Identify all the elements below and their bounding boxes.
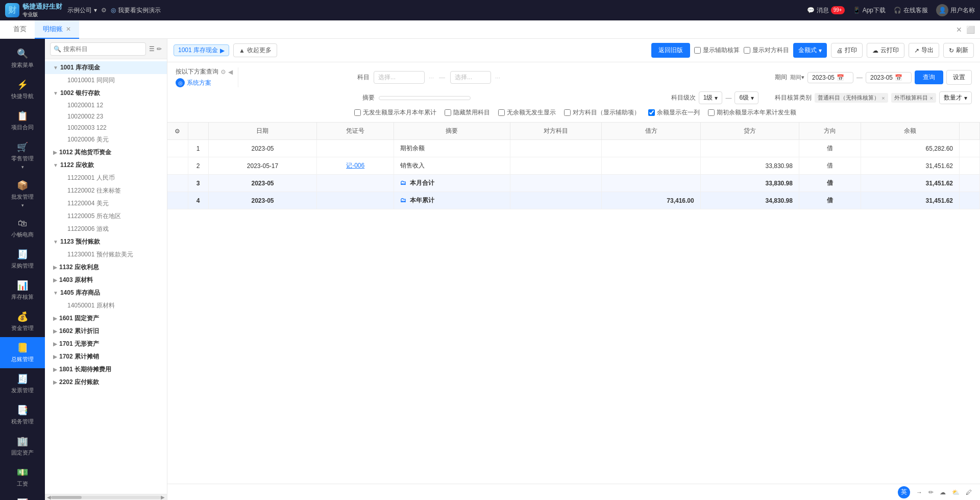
selected-account-tag[interactable]: 1001 库存现金 ▶ xyxy=(174,44,229,56)
nav-item-inventory[interactable]: 📊 库存核算 xyxy=(0,275,45,306)
tree-item-1702[interactable]: ▶ 1702 累计摊销 xyxy=(45,350,167,363)
tree-item-1801[interactable]: ▶ 1801 长期待摊费用 xyxy=(45,363,167,376)
nav-item-invoice[interactable]: 🧾 发票管理 xyxy=(0,368,45,399)
notification-btn[interactable]: 💬 消息 99+ xyxy=(807,6,845,15)
tag-close-1[interactable]: × xyxy=(881,95,885,101)
tree-item-11220006[interactable]: 11220006 游戏 xyxy=(45,223,167,235)
tree-item-10020006[interactable]: 10020006 美元 xyxy=(45,133,167,146)
status-icon-chat[interactable]: 英 xyxy=(898,486,910,498)
tree-item-10020002[interactable]: 10020002 23 xyxy=(45,111,167,122)
scroll-right-btn[interactable]: ▶ xyxy=(161,494,165,500)
app-download-btn[interactable]: 📱 App下载 xyxy=(853,6,886,15)
online-service-btn[interactable]: 🎧 在线客服 xyxy=(894,6,928,15)
format-dropdown[interactable]: 金额式 ▾ xyxy=(793,43,827,58)
user-avatar[interactable]: 👤 用户名称 xyxy=(936,4,975,16)
tree-item-2202[interactable]: ▶ 2202 应付账款 xyxy=(45,376,167,389)
nav-item-salary[interactable]: 💵 工资 xyxy=(0,462,45,493)
tree-item-10020001[interactable]: 10020001 12 xyxy=(45,100,167,111)
tree-item-1403[interactable]: ▶ 1403 原材料 xyxy=(45,274,167,287)
nav-item-ecommerce[interactable]: 🛍 小畅电商 xyxy=(0,213,45,244)
account-filter-input[interactable]: 选择... xyxy=(374,71,425,84)
show-aux-input[interactable] xyxy=(694,47,701,54)
tree-item-11220005[interactable]: 11220005 所在地区 xyxy=(45,210,167,223)
settings-icon[interactable]: ⚙ xyxy=(101,7,107,14)
calendar-to-icon[interactable]: 📅 xyxy=(895,74,902,81)
account-panel-scrollbar[interactable]: ◀ ▶ xyxy=(45,494,167,500)
cloud-print-btn[interactable]: ☁ 云打印 xyxy=(867,43,904,58)
account-filter-input2[interactable]: 选择... xyxy=(450,71,491,84)
period-from-input[interactable]: 2023-05 📅 xyxy=(807,72,853,83)
status-icon-cloud2[interactable]: ⛅ xyxy=(952,489,960,496)
tree-item-1132[interactable]: ▶ 1132 应收利息 xyxy=(45,261,167,274)
col-settings[interactable]: ⚙ xyxy=(167,123,188,140)
tree-item-11220001[interactable]: 11220001 人民币 xyxy=(45,172,167,184)
expand-btn[interactable]: ▲ 收起更多 xyxy=(233,43,277,57)
period-to-input[interactable]: 2023-05 📅 xyxy=(866,72,912,83)
tree-item-1002[interactable]: ▼ 1002 银行存款 xyxy=(45,87,167,100)
company-dropdown[interactable]: 示例公司 ▾ xyxy=(67,6,97,15)
tree-item-11230001[interactable]: 11230001 预付账款美元 xyxy=(45,248,167,261)
status-icon-cloud[interactable]: ☁ xyxy=(940,489,946,496)
checkbox-opening-balance[interactable]: 期初余额显示本年累计发生额 xyxy=(708,108,796,117)
query-btn[interactable]: 查询 xyxy=(915,70,943,84)
nav-item-project[interactable]: 📋 项目合同 xyxy=(0,105,45,136)
window-maximize-btn[interactable]: ⬜ xyxy=(966,26,975,34)
scroll-left-btn[interactable]: ◀ xyxy=(47,494,51,500)
quantity-select[interactable]: 数量才 ▾ xyxy=(939,91,972,104)
refresh-btn[interactable]: ↻ 刷新 xyxy=(943,43,974,58)
calendar-from-icon[interactable]: 📅 xyxy=(837,74,844,81)
export-btn[interactable]: ↗ 导出 xyxy=(909,43,939,58)
tree-item-1012[interactable]: ▶ 1012 其他货币资金 xyxy=(45,146,167,159)
nav-item-fixed-assets[interactable]: 🏢 固定资产 xyxy=(0,431,45,462)
filter-settings-btn[interactable]: 设置 xyxy=(946,70,972,85)
tree-item-1123[interactable]: ▼ 1123 预付账款 xyxy=(45,235,167,248)
show-opposite-checkbox[interactable]: 显示对方科目 xyxy=(744,46,789,55)
nav-item-finance[interactable]: 💰 资金管理 xyxy=(0,306,45,337)
account-search-input[interactable] xyxy=(63,45,142,53)
query-settings-icon[interactable]: ⚙ xyxy=(220,68,226,76)
checkbox-opposite[interactable]: 对方科目（显示辅助项） xyxy=(564,108,640,117)
tree-item-10010001[interactable]: 10010001 同同同 xyxy=(45,74,167,87)
show-aux-checkbox[interactable]: 显示辅助核算 xyxy=(694,46,740,55)
tab-close-btn[interactable]: ✕ xyxy=(66,26,71,33)
nav-item-ledger[interactable]: 📒 总账管理 xyxy=(0,337,45,368)
tab-home[interactable]: 首页 xyxy=(5,20,35,39)
tree-item-1601[interactable]: ▶ 1601 固定资产 xyxy=(45,312,167,325)
row2-voucher[interactable]: 记-006 xyxy=(317,157,394,175)
tree-item-11220004[interactable]: 11220004 美元 xyxy=(45,197,167,210)
checkbox-hide-disabled[interactable]: 隐藏禁用科目 xyxy=(445,108,490,117)
demo-link[interactable]: ◎ 我要看实例演示 xyxy=(111,6,161,15)
nav-item-search[interactable]: 🔍 搜索菜单 xyxy=(0,43,45,74)
print-btn[interactable]: 🖨 打印 xyxy=(831,43,863,58)
status-icon-edit[interactable]: ✏ xyxy=(928,489,934,496)
tag-close-2[interactable]: × xyxy=(930,95,933,101)
voucher-link[interactable]: 记-006 xyxy=(346,162,364,169)
nav-item-wholesale[interactable]: 📦 批发管理 ▾ xyxy=(0,175,45,213)
account-panel-add-icon[interactable]: ✏ xyxy=(157,45,162,53)
status-icon-arrow[interactable]: → xyxy=(916,489,922,496)
checkbox-balance-col[interactable]: 余额显示在一列 xyxy=(648,108,700,117)
account-search-box[interactable]: 🔍 xyxy=(50,42,146,56)
query-collapse-icon[interactable]: ◀ xyxy=(228,68,233,76)
nav-item-operations[interactable]: 📈 经营管理 xyxy=(0,493,45,500)
account-panel-menu-icon[interactable]: ☰ xyxy=(149,45,155,53)
system-plan-item[interactable]: ◎ 系统方案 xyxy=(176,78,233,87)
window-close-btn[interactable]: ✕ xyxy=(956,26,962,34)
checkbox-no-balance[interactable]: 无余额无发生显示 xyxy=(498,108,556,117)
show-opposite-input[interactable] xyxy=(744,47,750,54)
nav-item-tax[interactable]: 📑 税务管理 xyxy=(0,399,45,431)
status-icon-pen[interactable]: 🖊 xyxy=(966,489,972,496)
level-from-select[interactable]: 1级 ▾ xyxy=(699,91,723,104)
checkbox-no-amount[interactable]: 无发生额显示本月本年累计 xyxy=(354,108,436,117)
tree-item-14050001[interactable]: 14050001 原材料 xyxy=(45,299,167,312)
summary-input[interactable] xyxy=(379,96,471,100)
tree-item-1001[interactable]: ▼ 1001 库存现金 xyxy=(45,61,167,74)
tab-detail[interactable]: 明细账 ✕ xyxy=(35,20,79,39)
tree-item-1602[interactable]: ▶ 1602 累计折旧 xyxy=(45,325,167,338)
nav-item-quick[interactable]: ⚡ 快捷导航 xyxy=(0,74,45,105)
nav-item-retail[interactable]: 🛒 零售管理 ▾ xyxy=(0,136,45,175)
level-to-select[interactable]: 6级 ▾ xyxy=(734,91,758,104)
return-old-btn[interactable]: 返回旧版 xyxy=(651,43,690,58)
nav-item-purchase[interactable]: 🧾 采购管理 xyxy=(0,244,45,275)
tree-item-1701[interactable]: ▶ 1701 无形资产 xyxy=(45,338,167,350)
